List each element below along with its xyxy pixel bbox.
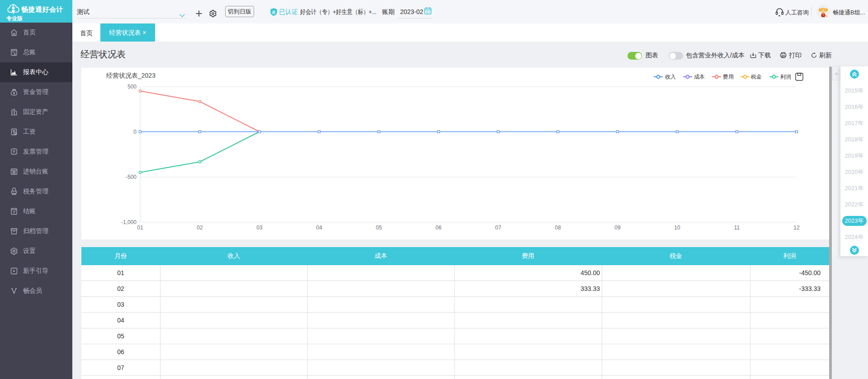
svg-text:11: 11 <box>734 225 740 231</box>
svg-text:税金: 税金 <box>750 74 762 80</box>
svg-text:12: 12 <box>793 225 800 231</box>
svg-text:500: 500 <box>127 84 137 90</box>
svg-text:04: 04 <box>316 225 322 231</box>
svg-text:06: 06 <box>435 225 442 231</box>
svg-text:10: 10 <box>674 225 680 231</box>
svg-text:成本: 成本 <box>694 74 705 80</box>
svg-text:02: 02 <box>197 225 203 231</box>
svg-text:-1,000: -1,000 <box>121 219 137 225</box>
svg-text:09: 09 <box>614 225 621 231</box>
svg-text:利润: 利润 <box>780 74 791 80</box>
svg-text:收入: 收入 <box>665 74 676 80</box>
svg-text:01: 01 <box>137 225 143 231</box>
svg-text:企: 企 <box>271 10 276 14</box>
svg-text:经营状况表_2023: 经营状况表_2023 <box>106 72 156 79</box>
svg-text:07: 07 <box>495 225 501 231</box>
svg-text:-500: -500 <box>126 174 137 180</box>
svg-text:08: 08 <box>555 225 561 231</box>
svg-text:0: 0 <box>133 129 137 135</box>
svg-text:费用: 费用 <box>723 74 734 80</box>
svg-text:05: 05 <box>376 225 382 231</box>
svg-text:03: 03 <box>256 225 263 231</box>
